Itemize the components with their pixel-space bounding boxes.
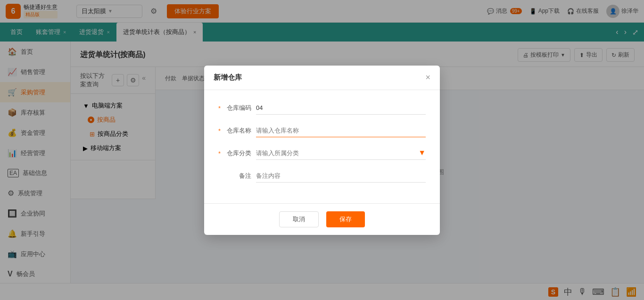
warehouse-category-input[interactable] <box>256 147 418 159</box>
warehouse-code-label: 仓库编码 <box>218 104 256 112</box>
warehouse-category-select-wrap: ▼ <box>256 147 426 160</box>
warehouse-name-row: 仓库名称 <box>218 124 426 137</box>
warehouse-category-label: 仓库分类 <box>218 149 256 158</box>
save-button[interactable]: 保存 <box>326 211 365 227</box>
warehouse-note-row: 备注 <box>218 169 426 183</box>
modal-overlay: 新增仓库 × 仓库编码 仓库名称 仓库分类 ▼ <box>0 0 644 300</box>
modal-title: 新增仓库 <box>214 73 242 82</box>
warehouse-name-label: 仓库名称 <box>218 126 256 135</box>
warehouse-category-row: 仓库分类 ▼ <box>218 147 426 160</box>
modal-header: 新增仓库 × <box>204 66 440 90</box>
new-warehouse-modal: 新增仓库 × 仓库编码 仓库名称 仓库分类 ▼ <box>204 66 440 235</box>
warehouse-name-input[interactable] <box>256 124 426 137</box>
warehouse-code-input[interactable] <box>256 101 426 115</box>
modal-close-icon[interactable]: × <box>425 73 430 82</box>
warehouse-code-row: 仓库编码 <box>218 101 426 115</box>
modal-footer: 取消 保存 <box>204 203 440 235</box>
category-dropdown-icon[interactable]: ▼ <box>418 149 426 157</box>
warehouse-note-label: 备注 <box>218 172 256 180</box>
cancel-button[interactable]: 取消 <box>279 211 319 227</box>
modal-body: 仓库编码 仓库名称 仓库分类 ▼ 备注 <box>204 90 440 203</box>
warehouse-note-input[interactable] <box>256 169 426 183</box>
